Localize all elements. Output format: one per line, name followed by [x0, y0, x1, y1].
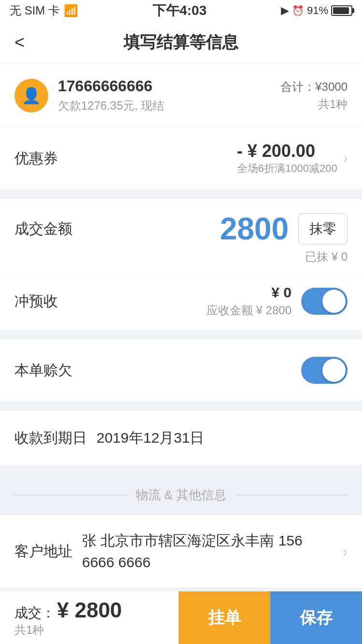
deal-sub: 已抹 ¥ 0 — [0, 249, 362, 274]
bottom-deal-amount: ¥ 2800 — [57, 598, 122, 622]
address-chevron-icon: › — [342, 543, 348, 560]
prepay-label: 冲预收 — [14, 292, 58, 311]
avatar: 👤 — [14, 79, 48, 112]
coupon-amount: - ¥ 200.00 — [237, 141, 337, 161]
header: < 填写结算等信息 — [0, 21, 362, 64]
credit-toggle-knob — [322, 359, 346, 382]
hang-button[interactable]: 挂单 — [179, 591, 270, 644]
total-count: 共1种 — [280, 97, 348, 112]
fuzero-button[interactable]: 抹零 — [298, 213, 348, 244]
duedate-label: 收款到期日 — [14, 428, 87, 448]
carrier-label: 无 SIM 卡 — [10, 3, 60, 18]
customer-phone: 17666666666 — [58, 77, 164, 95]
deal-label: 成交金额 — [14, 219, 72, 239]
customer-left: 👤 17666666666 欠款1276.35元, 现结 — [14, 77, 164, 113]
bottom-bar: 成交： ¥ 2800 共1种 挂单 保存 — [0, 591, 362, 644]
customer-total: 合计：¥3000 共1种 — [280, 79, 348, 112]
deal-amount: 2800 — [220, 213, 289, 244]
divider-line-left — [14, 495, 126, 495]
deal-row: 成交金额 2800 抹零 — [0, 199, 362, 249]
alarm-icon: ⏰ — [292, 5, 304, 16]
credit-label: 本单赊欠 — [14, 361, 72, 380]
prepay-amount: ¥ 0 — [207, 284, 292, 301]
customer-debt: 欠款1276.35元, 现结 — [58, 98, 164, 113]
status-time: 下午4:03 — [153, 1, 207, 20]
back-button[interactable]: < — [14, 32, 25, 53]
credit-row: 本单赊欠 — [0, 339, 362, 401]
page-title: 填写结算等信息 — [124, 31, 238, 54]
chevron-right-icon: › — [343, 151, 348, 166]
battery-icon — [331, 5, 352, 16]
coupon-row[interactable]: 优惠券 - ¥ 200.00 全场6折满1000减200 › — [0, 127, 362, 189]
bottom-deal-label: 成交： — [14, 604, 55, 622]
coupon-right: - ¥ 200.00 全场6折满1000减200 › — [237, 141, 348, 176]
total-label: 合计：¥3000 — [280, 79, 348, 95]
address-row[interactable]: 客户地址 张 北京市市辖区海淀区永丰南 156 6666 6666 › — [0, 515, 362, 588]
prepay-row: 冲预收 ¥ 0 应收金额 ¥ 2800 — [0, 274, 362, 330]
logistics-divider: 物流 & 其他信息 — [0, 475, 362, 515]
bottom-left: 成交： ¥ 2800 共1种 — [0, 598, 179, 638]
coupon-desc: 全场6折满1000减200 — [237, 161, 337, 176]
coupon-label: 优惠券 — [14, 149, 58, 168]
address-value: 张 北京市市辖区海淀区永丰南 156 6666 6666 — [82, 530, 337, 573]
status-right: ▶ ⏰ 91% — [281, 4, 352, 17]
credit-toggle[interactable] — [301, 357, 348, 384]
prepay-toggle[interactable] — [301, 288, 348, 315]
status-left: 无 SIM 卡 📶 — [10, 3, 78, 18]
customer-section: 👤 17666666666 欠款1276.35元, 现结 合计：¥3000 共1… — [0, 64, 362, 189]
prepay-values: ¥ 0 应收金额 ¥ 2800 — [207, 284, 292, 318]
duedate-row: 收款到期日 2019年12月31日 — [0, 411, 362, 465]
wifi-icon: 📶 — [64, 4, 78, 17]
prepay-right: ¥ 0 应收金额 ¥ 2800 — [207, 284, 348, 318]
credit-section: 本单赊欠 — [0, 339, 362, 401]
save-button[interactable]: 保存 — [270, 591, 362, 644]
address-label: 客户地址 — [14, 542, 72, 561]
duedate-section: 收款到期日 2019年12月31日 — [0, 411, 362, 465]
location-icon: ▶ — [281, 4, 289, 17]
battery-percent: 91% — [307, 4, 328, 17]
address-section: 客户地址 张 北京市市辖区海淀区永丰南 156 6666 6666 › — [0, 515, 362, 588]
logistics-label: 物流 & 其他信息 — [136, 487, 226, 504]
duedate-value: 2019年12月31日 — [97, 428, 204, 448]
toggle-knob — [322, 290, 346, 313]
divider-line-right — [236, 495, 348, 495]
prepay-sub: 应收金额 ¥ 2800 — [207, 303, 292, 318]
status-bar: 无 SIM 卡 📶 下午4:03 ▶ ⏰ 91% — [0, 0, 362, 21]
deal-right: 2800 抹零 — [220, 213, 348, 244]
customer-row: 👤 17666666666 欠款1276.35元, 现结 合计：¥3000 共1… — [0, 64, 362, 127]
customer-info: 17666666666 欠款1276.35元, 现结 — [58, 77, 164, 113]
deal-section: 成交金额 2800 抹零 已抹 ¥ 0 冲预收 ¥ 0 应收金额 ¥ 2800 — [0, 199, 362, 330]
bottom-count: 共1种 — [14, 622, 164, 638]
